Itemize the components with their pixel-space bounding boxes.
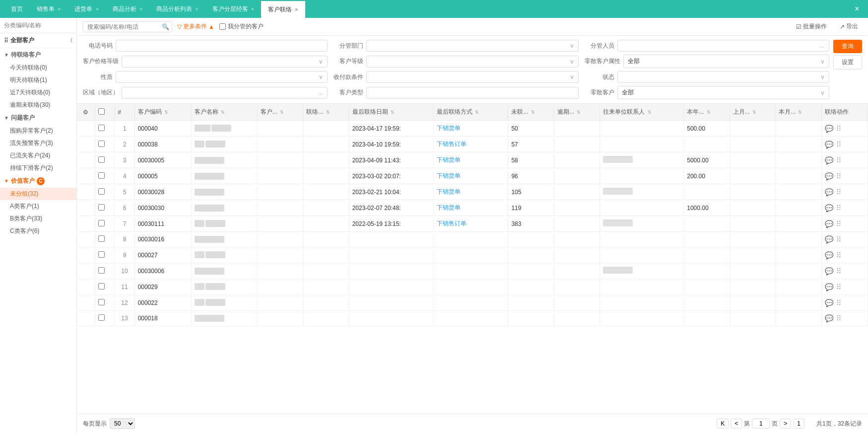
td-checkbox[interactable] <box>95 121 115 137</box>
sidebar-group-value[interactable]: ▼ 价值客户 C <box>0 174 76 188</box>
contact-method-link[interactable]: 下销售订单 <box>437 220 467 227</box>
sidebar-item-churned[interactable]: 已流失客户(24) <box>0 149 76 162</box>
close-customer-segment-tab[interactable]: × <box>251 6 254 12</box>
query-button[interactable]: 查询 <box>833 40 862 53</box>
more-icon[interactable]: ⠿ <box>836 125 841 133</box>
last-page-button[interactable]: 1 <box>793 419 804 429</box>
prev-page-button[interactable]: < <box>731 419 742 429</box>
sidebar-item-tomorrow[interactable]: 明天待联络(1) <box>0 74 76 86</box>
batch-ops-button[interactable]: ☑ 批量操作 <box>792 21 831 32</box>
row-checkbox[interactable] <box>98 141 105 147</box>
td-last-contact-method[interactable]: 下销货单 <box>433 121 508 137</box>
td-last-contact-method[interactable] <box>433 263 508 279</box>
td-last-contact-method[interactable]: 下销售订单 <box>433 216 508 232</box>
sidebar-item-class-b[interactable]: B类客户(33) <box>0 213 76 225</box>
sidebar-item-churn-warning[interactable]: 流失预警客户(3) <box>0 137 76 149</box>
td-last-contact-method[interactable]: 下销货单 <box>433 184 508 200</box>
more-icon[interactable]: ⠿ <box>836 299 841 307</box>
more-icon[interactable]: ⠿ <box>836 156 841 164</box>
row-checkbox[interactable] <box>98 188 105 195</box>
td-last-contact-method[interactable]: 下销售订单 <box>433 137 508 152</box>
td-last-contact-method[interactable]: 下销货单 <box>433 168 508 184</box>
next-page-button[interactable]: > <box>780 419 791 429</box>
th-this-month[interactable]: 本月... ⇅ <box>776 104 821 121</box>
filter-scattered-attr-select[interactable]: 全部 ∨ <box>623 55 829 68</box>
message-icon[interactable]: 💬 <box>825 156 833 164</box>
nav-customer-contact[interactable]: 客户联络 × <box>261 0 305 18</box>
td-checkbox[interactable] <box>95 137 115 152</box>
row-checkbox[interactable] <box>98 283 105 289</box>
filter-search-icon[interactable]: 🔍 <box>162 23 169 30</box>
th-checkbox[interactable] <box>95 104 115 121</box>
row-checkbox[interactable] <box>98 204 105 211</box>
td-checkbox[interactable] <box>95 279 115 295</box>
nav-sales[interactable]: 销售单 × <box>30 0 67 18</box>
contact-method-link[interactable]: 下销货单 <box>437 156 461 163</box>
th-contact[interactable]: 联络... ⇅ <box>303 104 349 121</box>
export-button[interactable]: ↗ 导出 <box>836 21 862 32</box>
th-last-month[interactable]: 上月... ⇅ <box>730 104 775 121</box>
close-product-analysis-list-tab[interactable]: × <box>195 6 198 12</box>
row-checkbox[interactable] <box>98 125 105 131</box>
filter-scattered-select[interactable]: 全部 ∨ <box>617 86 829 99</box>
th-name[interactable]: 客户名称 ⇅ <box>191 104 257 121</box>
th-last-contact-method[interactable]: 最后联络方式 ⇅ <box>433 104 508 121</box>
message-icon[interactable]: 💬 <box>825 251 833 259</box>
page-size-select[interactable]: 50 20 100 <box>110 418 135 429</box>
td-last-contact-method[interactable] <box>433 311 508 326</box>
message-icon[interactable]: 💬 <box>825 299 833 307</box>
my-customers-checkbox[interactable] <box>219 23 226 30</box>
row-checkbox[interactable] <box>98 251 105 258</box>
close-purchase-tab[interactable]: × <box>95 6 98 12</box>
th-overdue[interactable]: 逾期... ⇅ <box>554 104 600 121</box>
sidebar-item-abnormal[interactable]: 囤购异常客户(2) <box>0 125 76 137</box>
sidebar-collapse-icon[interactable]: 《 <box>67 37 72 44</box>
more-icon[interactable]: ⠿ <box>836 141 841 148</box>
message-icon[interactable]: 💬 <box>825 188 833 196</box>
th-customer-type[interactable]: 客户... ⇅ <box>257 104 303 121</box>
message-icon[interactable]: 💬 <box>825 235 833 243</box>
page-number-input[interactable] <box>752 419 770 429</box>
sidebar-item-overdue[interactable]: 逾期未联络(30) <box>0 99 76 111</box>
message-icon[interactable]: 💬 <box>825 267 833 275</box>
row-checkbox[interactable] <box>98 220 105 226</box>
filter-customer-type-input[interactable] <box>366 87 578 99</box>
more-icon[interactable]: ⠿ <box>836 220 841 228</box>
filter-person-dotted[interactable]: ... <box>617 40 829 52</box>
select-all-checkbox[interactable] <box>98 108 105 115</box>
reset-button[interactable]: 设置 <box>833 55 862 70</box>
sidebar-all-customers[interactable]: ⠿ 全部客户 《 <box>0 33 76 48</box>
close-customer-contact-tab[interactable]: × <box>295 6 298 12</box>
td-checkbox[interactable] <box>95 216 115 232</box>
nav-customer-segment[interactable]: 客户分层经客 × <box>205 0 261 18</box>
filter-more-conditions[interactable]: ▽ 更多条件 ▲ <box>177 22 214 31</box>
sidebar-group-problem[interactable]: ▼ 问题客户 <box>0 111 76 125</box>
more-icon[interactable]: ⠿ <box>836 251 841 259</box>
message-icon[interactable]: 💬 <box>825 125 833 133</box>
contact-method-link[interactable]: 下销货单 <box>437 172 461 179</box>
more-icon[interactable]: ⠿ <box>836 172 841 180</box>
row-checkbox[interactable] <box>98 314 105 321</box>
td-checkbox[interactable] <box>95 247 115 263</box>
nav-home[interactable]: 首页 <box>4 0 30 18</box>
more-icon[interactable]: ⠿ <box>836 188 841 196</box>
td-checkbox[interactable] <box>95 232 115 247</box>
th-not-contact[interactable]: 未联... ⇅ <box>508 104 554 121</box>
td-checkbox[interactable] <box>95 295 115 311</box>
first-page-button[interactable]: K <box>717 419 729 429</box>
more-icon[interactable]: ⠿ <box>836 283 841 291</box>
filter-dept-select[interactable]: ∨ <box>366 40 578 52</box>
th-settings[interactable]: ⚙ <box>77 104 95 121</box>
th-this-year[interactable]: 本年... ⇅ <box>684 104 730 121</box>
sidebar-search-input[interactable] <box>4 22 77 29</box>
filter-phone-input[interactable] <box>116 40 328 52</box>
nav-purchase[interactable]: 进货单 × <box>67 0 105 18</box>
message-icon[interactable]: 💬 <box>825 314 833 322</box>
td-last-contact-method[interactable]: 下销货单 <box>433 152 508 168</box>
td-checkbox[interactable] <box>95 184 115 200</box>
td-last-contact-method[interactable] <box>433 247 508 263</box>
td-last-contact-method[interactable] <box>433 232 508 247</box>
filter-payment-terms-select[interactable]: ∨ <box>366 71 578 83</box>
more-icon[interactable]: ⠿ <box>836 204 841 212</box>
td-checkbox[interactable] <box>95 168 115 184</box>
